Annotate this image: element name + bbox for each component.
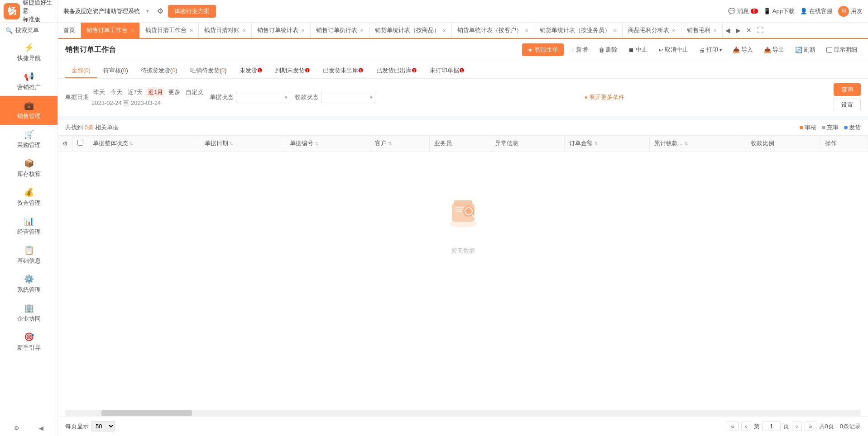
filter-tab-delivered-out[interactable]: 已发货已出库❶ [370, 64, 423, 78]
tab-close-icon[interactable]: ✕ [301, 28, 305, 33]
prev-page-btn[interactable]: ‹ [741, 422, 751, 431]
filter-tab-overdue[interactable]: 到期未发货❶ [269, 64, 317, 78]
online-service-btn[interactable]: 👤 在线客服 [800, 7, 833, 15]
filter-tab-wangpu[interactable]: 旺铺待发货(0) [184, 64, 233, 78]
filter-tab-not-delivered[interactable]: 未发货❶ [233, 64, 269, 78]
first-page-btn[interactable]: « [727, 422, 738, 431]
deliver-action-btn[interactable]: 发货 [844, 123, 861, 132]
sidebar-item-basic[interactable]: 📋 基础信息 [0, 241, 58, 270]
tab-close-icon[interactable]: ✕ [189, 28, 193, 33]
tab-next-btn[interactable]: ▶ [733, 23, 743, 38]
sidebar-item-sales[interactable]: 💼 销售管理 [0, 96, 58, 125]
select-all-checkbox[interactable] [77, 140, 83, 146]
tab-close-icon[interactable]: ✕ [713, 28, 717, 33]
tab-close-icon[interactable]: ✕ [672, 28, 676, 33]
tab-sales-by-salesman[interactable]: 销货单统计表（按业务员） ✕ [534, 23, 623, 38]
sidebar-item-finance[interactable]: 💰 资金管理 [0, 183, 58, 212]
trial-btn[interactable]: 体验行业方案 [168, 5, 216, 18]
expand-btn[interactable]: ▾ 展开更多条件 [585, 93, 624, 101]
filter-tab-pending-review[interactable]: 待审核(0) [97, 64, 134, 78]
filter-tab-not-printed[interactable]: 未打印单据❶ [423, 64, 471, 78]
message-btn[interactable]: 💬 消息 6 [728, 7, 758, 15]
settings-bottom-icon[interactable]: ⚙ [14, 425, 19, 431]
th-date[interactable]: 单据日期⇅ [200, 136, 285, 152]
tab-sales-by-customer[interactable]: 销货单统计表（按客户） ✕ [452, 23, 534, 38]
sidebar-item-quick-nav[interactable]: ⚡ 快捷导航 [0, 38, 58, 67]
tab-cash-daily[interactable]: 钱货日清工作台 ✕ [140, 23, 199, 38]
cancel-review-action-btn[interactable]: 充审 [822, 123, 839, 132]
last-page-btn[interactable]: » [805, 422, 816, 431]
sidebar-item-purchase[interactable]: 🛒 采购管理 [0, 125, 58, 154]
page-input[interactable] [762, 422, 781, 431]
next-page-btn[interactable]: › [792, 422, 802, 431]
th-customer[interactable]: 客户⇅ [370, 136, 429, 152]
scroll-bar-area[interactable] [65, 410, 861, 416]
tab-close-icon[interactable]: ✕ [130, 28, 134, 33]
sidebar-item-search[interactable]: 🔍 搜索菜单 [0, 23, 58, 38]
date-option-7days[interactable]: 近7天 [126, 87, 144, 97]
tab-close-all-btn[interactable]: ✕ [743, 23, 754, 38]
tab-product-margin[interactable]: 商品毛利分析表 ✕ [623, 23, 681, 38]
th-received[interactable]: 累计收款...⇅ [650, 136, 746, 152]
delete-btn[interactable]: 🗑 删除 [595, 44, 621, 56]
tab-prev-btn[interactable]: ◀ [723, 23, 733, 38]
user-btn[interactable]: 用 用友 [838, 6, 863, 17]
payment-select[interactable] [321, 92, 375, 103]
suspend-btn[interactable]: ⏹ 中止 [625, 44, 651, 56]
tab-close-icon[interactable]: ✕ [613, 28, 617, 33]
chevron-down-icon[interactable]: ▾ [146, 8, 149, 14]
tab-close-icon[interactable]: ✕ [525, 28, 528, 33]
show-detail-checkbox[interactable]: 显示明细 [823, 44, 861, 56]
settings-header-icon[interactable]: ⚙ [157, 7, 163, 15]
tab-maximize-btn[interactable]: ⛶ [754, 23, 766, 38]
date-option-more[interactable]: 更多 [167, 87, 182, 97]
smart-generate-btn[interactable]: ★ 智能生单 [522, 43, 564, 56]
tab-sales-stats[interactable]: 销售订单统计表 ✕ [252, 23, 311, 38]
sidebar-item-enterprise[interactable]: 🏢 企业协同 [0, 299, 58, 327]
set-btn[interactable]: 设置 [834, 99, 861, 111]
page-size-dropdown[interactable]: 50 10 20 100 [91, 421, 115, 431]
tab-home[interactable]: 首页 [58, 23, 81, 38]
refresh-btn[interactable]: 🔄 刷新 [791, 44, 819, 56]
date-option-today[interactable]: 今天 [109, 87, 124, 97]
export-btn[interactable]: 📤 导出 [760, 44, 788, 56]
tab-close-icon[interactable]: ✕ [360, 28, 364, 33]
filter-tab-delivered-not-out[interactable]: 已发货未出库❶ [317, 64, 370, 78]
tab-cash-reconcile[interactable]: 钱货日清对账 ✕ [199, 23, 252, 38]
th-number[interactable]: 单据编号⇅ [285, 136, 370, 152]
add-btn[interactable]: + 新增 [567, 44, 591, 56]
collapse-icon[interactable]: ◀ [39, 425, 43, 431]
tab-sales-by-product[interactable]: 销货单统计表（按商品） ✕ [369, 23, 452, 38]
th-settings[interactable]: ⚙ [58, 136, 73, 152]
import-btn[interactable]: 📥 导入 [729, 44, 757, 56]
sidebar-item-newbie[interactable]: 🎯 新手引导 [0, 327, 58, 356]
sidebar-item-system[interactable]: ⚙️ 系统管理 [0, 270, 58, 299]
th-status[interactable]: 单据整体状态⇅ [88, 136, 200, 152]
th-checkbox[interactable] [73, 136, 88, 152]
sidebar-item-marketing[interactable]: 📢 营销推广 [0, 67, 58, 96]
date-option-custom[interactable]: 自定义 [184, 87, 205, 97]
tab-sales-workbench[interactable]: 销售订单工作台 ✕ [81, 23, 140, 38]
sidebar-item-operation[interactable]: 📊 经营管理 [0, 212, 58, 241]
query-btn[interactable]: 查询 [834, 83, 861, 96]
tab-sales-profit[interactable]: 销售毛利 ✕ [681, 23, 723, 38]
sidebar-item-inventory[interactable]: 📦 库存核算 [0, 154, 58, 183]
scroll-bar-thumb[interactable] [101, 410, 192, 416]
tab-close-icon[interactable]: ✕ [442, 28, 446, 33]
table-scroll[interactable]: ⚙ 单据整体状态⇅ 单据日期⇅ 单据编号⇅ 客户⇅ 业务员 异常信息 订单金额⇅… [58, 136, 868, 410]
date-option-yesterday[interactable]: 昨天 [91, 87, 107, 97]
date-option-1month[interactable]: 近1月 [146, 87, 165, 97]
app-download-btn[interactable]: 📱 App下载 [763, 7, 795, 15]
tab-label: 销货单统计表（按商品） [375, 26, 440, 34]
cancel-suspend-btn[interactable]: ↩ 取消中止 [655, 44, 692, 56]
tab-sales-exec[interactable]: 销售订单执行表 ✕ [311, 23, 369, 38]
review-action-btn[interactable]: 审核 [800, 123, 816, 132]
th-amount[interactable]: 订单金额⇅ [564, 136, 649, 152]
filter-tab-all[interactable]: 全部(0) [65, 64, 97, 78]
detail-checkbox-input[interactable] [826, 47, 832, 53]
status-select[interactable] [236, 92, 290, 103]
print-btn[interactable]: 🖨 打印 ▾ [695, 44, 725, 56]
filter-tab-pending-receive[interactable]: 待拣货发货(0) [134, 64, 184, 78]
finance-icon: 💰 [24, 187, 34, 197]
tab-close-icon[interactable]: ✕ [242, 28, 246, 33]
